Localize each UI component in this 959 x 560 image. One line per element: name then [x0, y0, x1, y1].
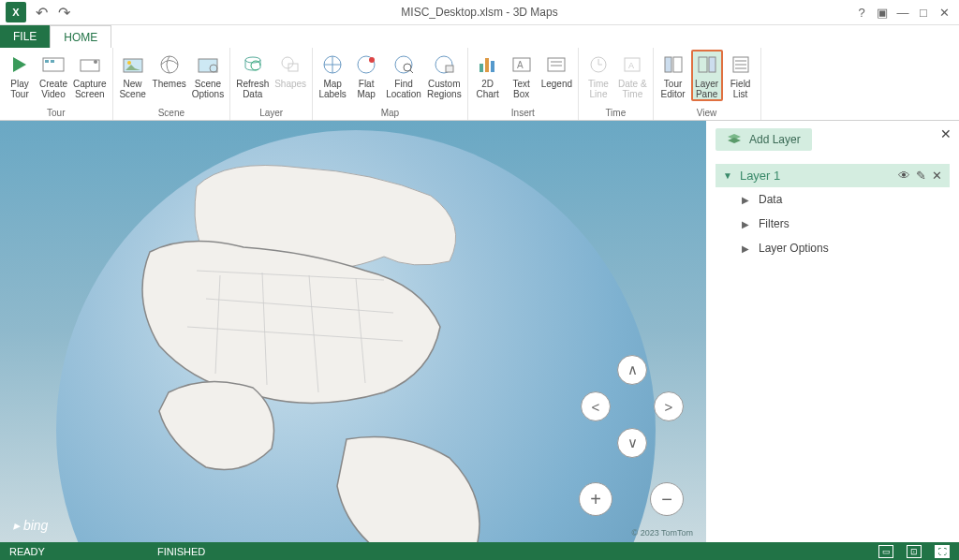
legend-button[interactable]: Legend — [539, 50, 574, 89]
add-layer-button[interactable]: Add Layer — [716, 128, 812, 151]
svg-point-18 — [404, 64, 411, 71]
custom-regions-button[interactable]: Custom Regions — [425, 50, 464, 99]
group-layer: Refresh Data Shapes Layer — [230, 48, 313, 120]
caret-right-icon: ▶ — [742, 219, 749, 229]
map-canvas[interactable]: ∧ < > ∨ + − ▸ bing © 2023 TomTom — [0, 121, 706, 542]
svg-rect-24 — [491, 61, 494, 72]
svg-point-12 — [282, 57, 293, 68]
section-data[interactable]: ▶Data — [716, 187, 950, 212]
group-layer-label: Layer — [259, 107, 283, 120]
group-tour-label: Tour — [47, 107, 65, 120]
svg-point-16 — [369, 57, 375, 63]
rotate-right-button[interactable]: > — [654, 391, 684, 421]
tilt-down-button[interactable]: ∨ — [617, 428, 647, 458]
flat-map-button[interactable]: Flat Map — [350, 50, 382, 99]
scene-options-button[interactable]: Scene Options — [190, 50, 226, 99]
tab-file[interactable]: FILE — [0, 25, 50, 48]
svg-text:A: A — [628, 61, 634, 70]
group-insert: 2D Chart AText Box Legend Insert — [468, 48, 579, 120]
svg-rect-36 — [673, 57, 682, 72]
group-insert-label: Insert — [511, 107, 535, 120]
collapse-icon: ▼ — [723, 170, 732, 181]
nav-pad: ∧ < > ∨ — [581, 355, 684, 458]
create-video-button[interactable]: Create Video — [37, 50, 69, 99]
undo-button[interactable]: ↶ — [30, 1, 52, 23]
find-location-button[interactable]: Find Location — [384, 50, 423, 99]
section-layer-options[interactable]: ▶Layer Options — [716, 236, 950, 260]
status-finished: FINISHED — [157, 546, 205, 557]
group-scene: New Scene Themes Scene Options Scene — [113, 48, 231, 120]
svg-rect-22 — [480, 64, 483, 72]
status-ready: READY — [9, 546, 45, 557]
tilt-up-button[interactable]: ∧ — [617, 355, 647, 385]
group-map: Map Labels Flat Map Find Location Custom… — [313, 48, 468, 120]
help-button[interactable]: ? — [852, 3, 871, 22]
group-map-label: Map — [381, 107, 399, 120]
ribbon-options-button[interactable]: ▣ — [873, 3, 892, 22]
zoom-out-button[interactable]: − — [650, 482, 684, 516]
svg-text:A: A — [517, 60, 524, 70]
status-icon-1[interactable]: ▭ — [878, 545, 893, 558]
2d-chart-button[interactable]: 2D Chart — [472, 50, 504, 99]
group-tour: Play Tour Create Video Capture Screen To… — [0, 48, 113, 120]
layer-pane-button[interactable]: Layer Pane — [691, 50, 723, 101]
tab-row: FILE HOME — [0, 25, 959, 48]
status-icon-3[interactable]: ⛶ — [935, 545, 950, 558]
map-copyright: © 2023 TomTom — [632, 528, 694, 538]
new-scene-button[interactable]: New Scene — [117, 50, 149, 99]
svg-marker-0 — [13, 57, 26, 72]
window-title: MISC_Desktop.xlsm - 3D Maps — [401, 6, 557, 19]
time-line-button: Time Line — [583, 50, 614, 99]
group-scene-label: Scene — [158, 107, 184, 120]
rotate-left-button[interactable]: < — [581, 391, 611, 421]
svg-rect-2 — [45, 60, 49, 63]
capture-screen-button[interactable]: Capture Screen — [71, 50, 109, 99]
tab-home[interactable]: HOME — [50, 25, 111, 48]
section-filters[interactable]: ▶Filters — [716, 212, 950, 236]
shapes-button[interactable]: Shapes — [273, 50, 308, 89]
svg-rect-37 — [699, 57, 707, 72]
excel-icon: X — [6, 2, 26, 22]
status-bar: READY FINISHED ▭ ⊡ ⛶ — [0, 542, 959, 560]
date-time-button: ADate & Time — [616, 50, 649, 99]
zoom-controls: + − — [579, 482, 684, 516]
svg-point-5 — [94, 60, 97, 64]
themes-button[interactable]: Themes — [151, 50, 188, 89]
svg-rect-3 — [51, 60, 54, 63]
tour-editor-button[interactable]: Tour Editor — [657, 50, 689, 99]
play-tour-button[interactable]: Play Tour — [4, 50, 36, 99]
close-button[interactable]: ✕ — [935, 3, 953, 22]
svg-rect-9 — [199, 59, 217, 72]
field-list-button[interactable]: Field List — [725, 50, 757, 99]
minimize-button[interactable]: — — [893, 3, 912, 22]
layer-pane: ✕ Add Layer ▼ Layer 1 👁 ✎ ✕ ▶Data ▶Filte… — [706, 121, 959, 542]
maximize-button[interactable]: □ — [914, 3, 933, 22]
group-view-label: View — [697, 107, 717, 120]
rename-icon[interactable]: ✎ — [916, 169, 926, 183]
text-box-button[interactable]: AText Box — [506, 50, 538, 99]
delete-layer-icon[interactable]: ✕ — [932, 169, 942, 183]
layer-1-row[interactable]: ▼ Layer 1 👁 ✎ ✕ — [716, 164, 950, 187]
visibility-icon[interactable]: 👁 — [898, 169, 910, 183]
svg-rect-23 — [485, 58, 489, 72]
pane-close-button[interactable]: ✕ — [940, 126, 952, 141]
title-bar: X ↶ ↷ MISC_Desktop.xlsm - 3D Maps ? ▣ — … — [0, 0, 959, 25]
refresh-data-button[interactable]: Refresh Data — [234, 50, 271, 99]
ribbon: Play Tour Create Video Capture Screen To… — [0, 48, 959, 121]
layers-icon — [727, 133, 742, 146]
group-time-label: Time — [605, 107, 626, 120]
bing-logo: ▸ bing — [13, 518, 48, 533]
svg-rect-21 — [446, 66, 453, 72]
globe — [56, 130, 656, 542]
caret-right-icon: ▶ — [742, 195, 749, 205]
svg-rect-35 — [665, 57, 671, 72]
zoom-in-button[interactable]: + — [579, 482, 612, 516]
status-icon-2[interactable]: ⊡ — [907, 545, 922, 558]
map-labels-button[interactable]: Map Labels — [317, 50, 348, 99]
svg-point-8 — [161, 56, 178, 73]
redo-button[interactable]: ↷ — [52, 1, 75, 23]
continents — [56, 130, 656, 542]
main-area: ∧ < > ∨ + − ▸ bing © 2023 TomTom ✕ Add L… — [0, 121, 959, 542]
svg-point-7 — [127, 61, 131, 65]
group-view: Tour Editor Layer Pane Field List View — [654, 48, 761, 120]
